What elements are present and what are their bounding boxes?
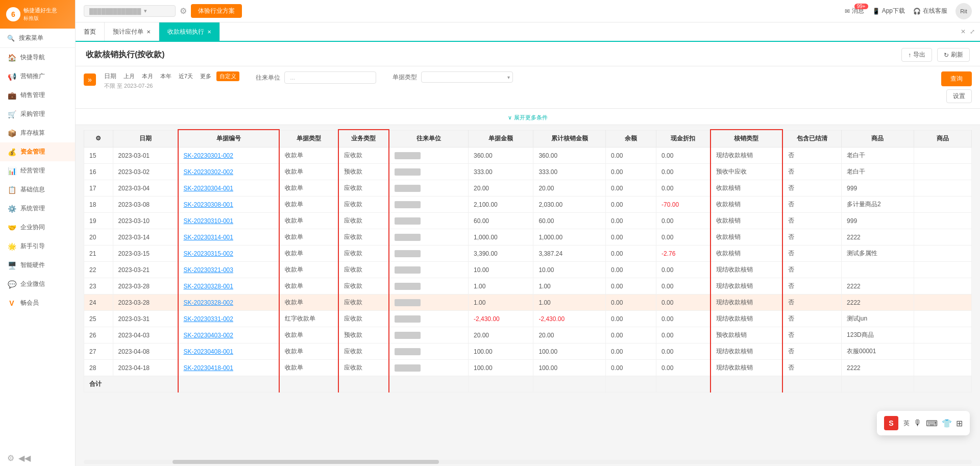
cell-partner: ██████ (389, 327, 469, 344)
cell-cumulative: 1.00 (533, 295, 606, 311)
doc-no-link[interactable]: SK-20230331-002 (184, 315, 233, 323)
sidebar-logo: 6 畅捷通好生意 标推版 (0, 0, 75, 29)
doc-no-link[interactable]: SK-20230328-002 (184, 299, 233, 306)
cell-biz-type: 应收款 (338, 180, 389, 197)
expand-icon[interactable]: ⤢ (970, 28, 975, 35)
tool-mic-icon[interactable]: 🎙 (914, 419, 922, 428)
summary-label: 合计 (84, 376, 178, 393)
col-settings[interactable]: ⚙ (84, 130, 113, 148)
cell-doc-type: 收款单 (279, 197, 338, 213)
avatar-text: Rit (960, 8, 967, 14)
cell-include-settled: 否 (782, 327, 841, 344)
sidebar-item-enterprise[interactable]: 🤝 企业协同 (0, 218, 75, 237)
sidebar-item-vip[interactable]: V 畅会员 (0, 293, 75, 312)
tool-grid-icon[interactable]: ⊞ (956, 419, 963, 428)
tab-pre-receipt[interactable]: 预计应付单 ✕ (105, 22, 159, 41)
tool-keyboard-icon[interactable]: ⌨ (926, 419, 938, 428)
sidebar-item-label: 新手引导 (20, 242, 45, 251)
message-btn[interactable]: ✉ 消息 99+ (845, 7, 864, 15)
summary-spacer12 (914, 376, 971, 393)
tab-home[interactable]: 首页 (76, 22, 105, 41)
doc-no-link[interactable]: SK-20230304-001 (184, 185, 233, 192)
doc-no-link[interactable]: SK-20230310-001 (184, 217, 233, 225)
filter-toggle-btn[interactable]: » (84, 73, 96, 86)
cell-goods2 (914, 197, 971, 213)
summary-spacer (178, 376, 279, 393)
industry-btn[interactable]: 体验行业方案 (191, 4, 242, 18)
doc-no-link[interactable]: SK-20230308-001 (184, 201, 233, 208)
doc-no-link[interactable]: SK-20230314-001 (184, 234, 233, 241)
sidebar-item-wechat[interactable]: 💬 企业微信 (0, 275, 75, 293)
date-prev-month-btn[interactable]: 上月 (121, 71, 137, 81)
scrollbar-thumb[interactable] (173, 460, 439, 464)
sidebar-item-basic[interactable]: 📋 基础信息 (0, 180, 75, 199)
cell-cash-discount: 0.00 (656, 295, 710, 311)
tab-close-icon[interactable]: ✕ (207, 29, 211, 35)
data-table: ⚙ 日期 单据编号 单据类型 业务类型 往来单位 单据金额 累计核销金额 余额 … (84, 129, 972, 393)
collapse-icon[interactable]: ◀◀ (18, 453, 31, 463)
tab-receipt-cancel[interactable]: 收款核销执行 ✕ (159, 22, 220, 41)
cell-goods2 (914, 246, 971, 262)
doctype-select[interactable] (421, 71, 513, 83)
sidebar-item-sales[interactable]: 💼 销售管理 (0, 86, 75, 105)
cell-amount: 2,100.00 (469, 197, 533, 213)
sidebar-search[interactable]: 🔍 搜索菜单 (0, 29, 75, 48)
sidebar-item-marketing[interactable]: 📢 营销推广 (0, 67, 75, 86)
date-this-year-btn[interactable]: 本年 (158, 71, 174, 81)
h-scrollbar[interactable] (84, 460, 972, 464)
tool-text-icon[interactable]: 英 (903, 419, 910, 428)
refresh-btn[interactable]: ↻ 刷新 (937, 48, 970, 62)
close-all-icon[interactable]: ✕ (961, 28, 966, 35)
doc-no-link[interactable]: SK-20230321-003 (184, 266, 233, 274)
cell-goods2 (914, 327, 971, 344)
settings-btn[interactable]: 设置 (946, 89, 972, 103)
online-service-btn[interactable]: 🎧 在线客服 (913, 7, 947, 15)
query-btn[interactable]: 查询 (941, 71, 972, 86)
sidebar-item-inventory[interactable]: 📦 库存核算 (0, 124, 75, 142)
sidebar-item-operation[interactable]: 📊 经营管理 (0, 161, 75, 180)
logo-title: 畅捷通好生意 (23, 7, 57, 14)
settings-icon[interactable]: ⚙ (7, 453, 14, 463)
cell-cumulative: 20.00 (533, 327, 606, 344)
cell-date: 2023-03-15 (113, 246, 178, 262)
doc-no-link[interactable]: SK-20230403-002 (184, 332, 233, 339)
doc-no-link[interactable]: SK-20230302-002 (184, 168, 233, 176)
col-amount: 单据金额 (469, 130, 533, 148)
doc-no-link[interactable]: SK-20230315-002 (184, 250, 233, 257)
cell-amount: 10.00 (469, 262, 533, 278)
sidebar-item-newbie[interactable]: 🌟 新手引导 (0, 237, 75, 256)
app-download-btn[interactable]: 📱 App下载 (872, 7, 905, 15)
cell-biz-type: 预收款 (338, 164, 389, 180)
cell-include-settled: 否 (782, 246, 841, 262)
cell-date: 2023-03-10 (113, 213, 178, 229)
date-custom-btn[interactable]: 自定义 (216, 71, 239, 81)
sidebar-item-purchase[interactable]: 🛒 采购管理 (0, 105, 75, 124)
cell-no: 18 (84, 197, 113, 213)
doc-no-link[interactable]: SK-20230418-001 (184, 364, 233, 372)
gear-icon[interactable]: ⚙ (180, 6, 187, 16)
tool-shirt-icon[interactable]: 👕 (942, 419, 952, 428)
cell-date: 2023-04-03 (113, 327, 178, 344)
cell-no: 25 (84, 311, 113, 327)
date-7days-btn[interactable]: 近7天 (177, 71, 195, 81)
tab-close-icon[interactable]: ✕ (146, 29, 151, 35)
operation-icon: 📊 (7, 167, 16, 175)
expand-btn[interactable]: ∨ 展开更多条件 (508, 112, 548, 121)
doc-no-link[interactable]: SK-20230301-002 (184, 152, 233, 159)
doc-no-link[interactable]: SK-20230328-001 (184, 283, 233, 290)
user-avatar[interactable]: Rit (955, 3, 972, 19)
doc-no-link[interactable]: SK-20230408-001 (184, 348, 233, 355)
date-more-btn[interactable]: 更多 (198, 71, 213, 81)
sidebar-item-system[interactable]: ⚙️ 系统管理 (0, 199, 75, 218)
doctype-label: 单据类型 (393, 73, 417, 82)
address-bar[interactable]: █████████████ ▾ (84, 5, 176, 17)
cell-goods1: 123D商品 (842, 327, 914, 344)
date-this-month-btn[interactable]: 本月 (140, 71, 155, 81)
sidebar-item-finance[interactable]: 💰 资金管理 (0, 142, 75, 161)
export-btn[interactable]: ↑ 导出 (901, 48, 932, 62)
sidebar-item-quick[interactable]: 🏠 快捷导航 (0, 48, 75, 67)
basic-icon: 📋 (7, 186, 16, 194)
cell-cancel-type: 现结收款核销 (710, 262, 783, 278)
sidebar-item-hardware[interactable]: 🖥️ 智能硬件 (0, 256, 75, 275)
partner-input[interactable]: ... (284, 71, 376, 84)
